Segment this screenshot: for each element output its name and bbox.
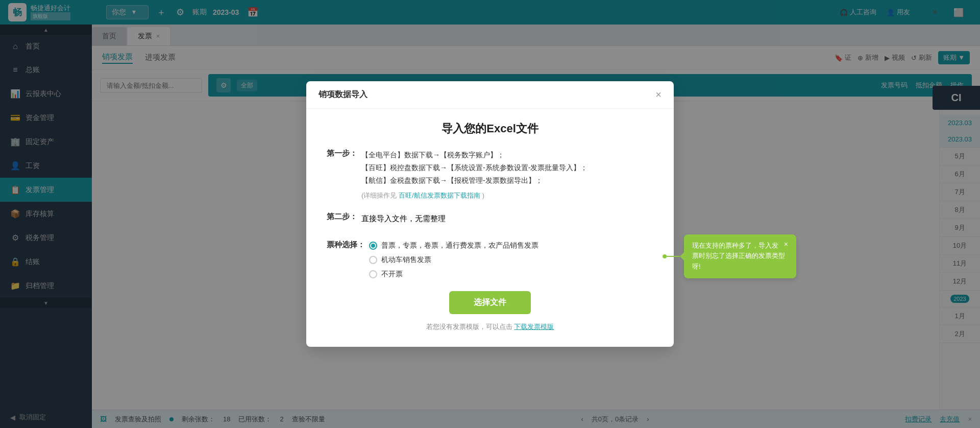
ticket-label: 票种选择： [327,240,365,250]
step2-section: 第二步： 直接导入文件，无需整理 [327,212,653,226]
modal-close-btn[interactable]: × [655,89,662,100]
download-template-link[interactable]: 下载发票模版 [514,323,554,330]
radio-label-0: 普票，专票，卷票，通行费发票，农产品销售发票 [381,241,538,250]
import-modal: 销项数据导入 × 导入您的Excel文件 第一步： 【全电平台】数据下载→【税务… [306,81,674,347]
step1-download-guide-link[interactable]: 百旺/航信发票数据下载指南 [399,192,480,199]
radio-item-1[interactable]: 机动车销售发票 [369,255,538,265]
step1-section: 第一步： 【全电平台】数据下载→【税务数字账户】； 【百旺】税控盘数据下载→【系… [327,149,653,202]
step1-link-suffix: ) [482,192,484,199]
tooltip-bubble: × 现在支持的票种多了，导入发票时别忘了选择正确的发票类型呀! [684,234,796,278]
modal-main-title: 导入您的Excel文件 [327,121,653,136]
modal-body: 导入您的Excel文件 第一步： 【全电平台】数据下载→【税务数字账户】； 【百… [306,109,674,347]
step1-label: 第一步： [327,149,357,198]
step1-line1: 【全电平台】数据下载→【税务数字账户】； [361,149,587,161]
radio-group: 普票，专票，卷票，通行费发票，农产品销售发票 机动车销售发票 不开票 [369,241,538,279]
radio-item-0[interactable]: 普票，专票，卷票，通行费发票，农产品销售发票 [369,241,538,250]
modal-header: 销项数据导入 × [306,81,674,109]
select-file-btn[interactable]: 选择文件 [449,291,531,314]
step1-line3: 【航信】金税盘数据下载→【报税管理-发票数据导出】； [361,174,587,187]
modal-wrapper: 销项数据导入 × 导入您的Excel文件 第一步： 【全电平台】数据下载→【税务… [306,81,674,347]
tooltip-close-btn[interactable]: × [784,241,788,248]
radio-circle-2 [369,270,377,278]
radio-label-1: 机动车销售发票 [381,255,431,265]
radio-inner-0 [371,244,375,248]
radio-circle-0 [369,242,377,250]
step2-label: 第二步： [327,212,357,222]
footer-text: 若您没有发票模版，可以点击 [426,323,512,330]
step1-link-area: (详细操作见 百旺/航信发票数据下载指南 ) [361,189,587,202]
radio-circle-1 [369,256,377,264]
modal-overlay: 销项数据导入 × 导入您的Excel文件 第一步： 【全电平台】数据下载→【税务… [0,0,980,428]
select-file-area: 选择文件 [327,291,653,314]
radio-item-2[interactable]: 不开票 [369,270,538,279]
tooltip-text: 现在支持的票种多了，导入发票时别忘了选择正确的发票类型呀! [692,242,785,271]
tooltip-arrow [680,252,684,260]
step1-content: 【全电平台】数据下载→【税务数字账户】； 【百旺】税控盘数据下载→【系统设置-系… [361,149,587,202]
step2-text: 直接导入文件，无需整理 [361,214,446,224]
radio-label-2: 不开票 [381,270,403,279]
modal-title: 销项数据导入 [318,89,368,100]
ticket-section: 票种选择： 普票，专票，卷票，通行费发票，农产品销售发票 [327,236,653,279]
modal-footer: 若您没有发票模版，可以点击 下载发票模版 [327,322,653,331]
step1-link-prefix: (详细操作见 [361,192,397,199]
step1-line2: 【百旺】税控盘数据下载→【系统设置-系统参数设置-发票批量导入】； [361,161,587,174]
tooltip-line [666,256,680,257]
